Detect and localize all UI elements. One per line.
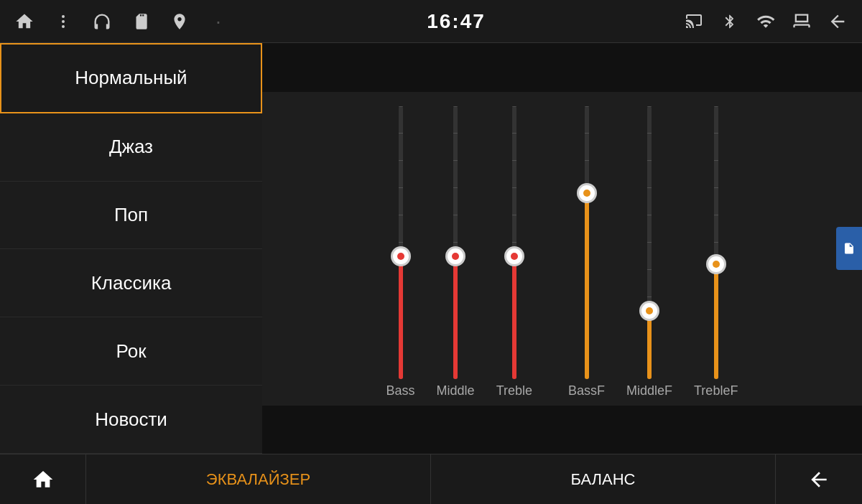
eq-sliders-area: Bass — [262, 92, 862, 406]
sidebar-item-news[interactable]: Новости — [0, 386, 262, 454]
bluetooth-icon — [717, 9, 743, 34]
bass-label: Bass — [386, 383, 415, 398]
treble-label: Treble — [496, 383, 532, 398]
middlef-label: MiddleF — [626, 383, 672, 398]
status-right-icons — [681, 9, 851, 34]
bottom-home-button[interactable] — [0, 454, 86, 504]
middlef-thumb[interactable] — [639, 301, 659, 321]
sidebar-item-pop[interactable]: Поп — [0, 182, 262, 250]
bassf-thumb[interactable] — [577, 183, 597, 203]
main-area: Нормальный Джаз Поп Классика Рок Новости — [0, 43, 862, 454]
middle-thumb[interactable] — [445, 246, 465, 266]
svg-point-2 — [62, 25, 65, 28]
wifi-icon — [753, 9, 779, 34]
middle-slider[interactable] — [442, 106, 468, 379]
menu-icon[interactable] — [50, 9, 76, 34]
location-icon[interactable] — [167, 9, 193, 34]
treblef-thumb[interactable] — [706, 254, 726, 274]
treblef-label: TrebleF — [694, 383, 738, 398]
sidebar: Нормальный Джаз Поп Классика Рок Новости — [0, 43, 262, 454]
svg-point-0 — [62, 15, 65, 18]
sidebar-item-jazz[interactable]: Джаз — [0, 113, 262, 182]
sidebar-item-normal[interactable]: Нормальный — [0, 43, 262, 113]
treble-slider[interactable] — [501, 106, 527, 379]
treble-thumb[interactable] — [504, 246, 524, 266]
screen-icon — [789, 9, 815, 34]
bass-thumb[interactable] — [391, 246, 411, 266]
headphone-icon[interactable] — [89, 9, 115, 34]
middle-label: Middle — [437, 383, 475, 398]
dot-icon: · — [205, 9, 231, 34]
right-panel-button[interactable] — [836, 227, 862, 270]
clock: 16:47 — [427, 10, 486, 33]
bottom-bar: ЭКВАЛАЙЗЕР БАЛАНС — [0, 454, 862, 504]
sdcard-icon[interactable] — [128, 9, 154, 34]
svg-point-1 — [62, 20, 65, 23]
bottom-back-button[interactable] — [776, 454, 862, 504]
status-left-icons: · — [11, 9, 231, 34]
bottom-equalizer-button[interactable]: ЭКВАЛАЙЗЕР — [86, 454, 431, 504]
bassf-label: BassF — [568, 383, 605, 398]
eq-area: Bass — [262, 43, 862, 454]
bassf-slider[interactable] — [574, 106, 600, 379]
cast-icon — [681, 9, 707, 34]
sliders-container: Bass — [269, 106, 855, 398]
treblef-slider[interactable] — [703, 106, 729, 379]
sidebar-item-classic[interactable]: Классика — [0, 249, 262, 317]
sidebar-item-rock[interactable]: Рок — [0, 317, 262, 386]
middlef-slider[interactable] — [636, 106, 662, 379]
bottom-balance-button[interactable]: БАЛАНС — [431, 454, 776, 504]
back-icon[interactable] — [825, 9, 851, 34]
home-icon[interactable] — [11, 9, 37, 34]
status-bar: · 16:47 — [0, 0, 862, 43]
bass-slider[interactable] — [388, 106, 414, 379]
